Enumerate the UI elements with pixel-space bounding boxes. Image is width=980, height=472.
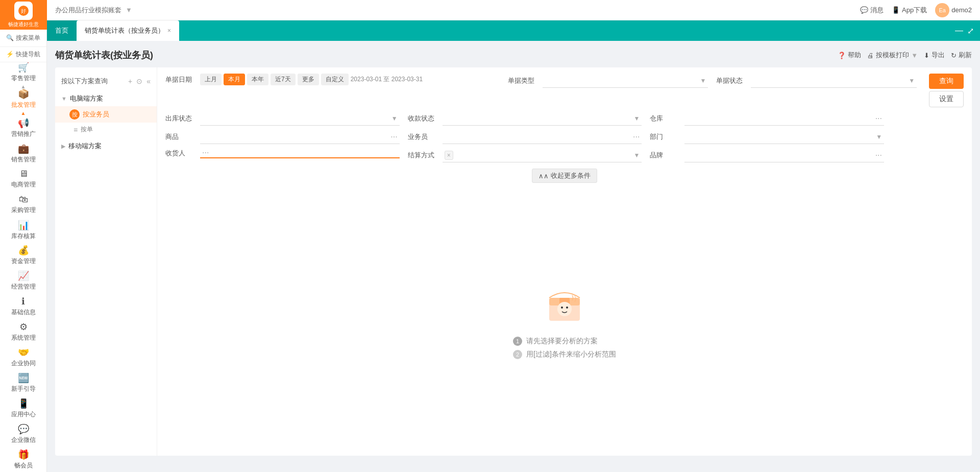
product-select[interactable]: ··· bbox=[200, 130, 400, 144]
ecom-label: 电商管理 bbox=[11, 180, 36, 189]
print-dropdown-icon: ▼ bbox=[911, 52, 918, 59]
collapse-icon: ∧∧ bbox=[538, 172, 549, 180]
user-menu[interactable]: Ea demo2 bbox=[935, 3, 972, 17]
newuser-label: 新手引导 bbox=[11, 385, 36, 393]
settlement-tag-close[interactable]: × bbox=[447, 152, 451, 159]
filter-row-2: 出库状态 ▼ 收款状态 ▼ 仓库 bbox=[165, 111, 964, 126]
sidebar-item-marketing[interactable]: 📢 营销推广 bbox=[0, 115, 46, 141]
order-type-select[interactable]: ▼ bbox=[543, 74, 708, 88]
sidebar-item-wholesale[interactable]: 📦 批发管理 ▲ bbox=[0, 89, 46, 115]
message-btn[interactable]: 💬 消息 bbox=[860, 6, 884, 15]
sidebar-item-retail[interactable]: 🛒 零售管理 ▲ bbox=[0, 62, 46, 89]
recipient-filter-item: 收货人 ··· bbox=[165, 148, 400, 158]
query-actions: 查询 设置 bbox=[929, 74, 964, 107]
sidebar-item-enterprise[interactable]: 🤝 企业协同 bbox=[0, 345, 46, 370]
app-download-label: App下载 bbox=[902, 6, 927, 15]
quick-nav-label: 快捷导航 bbox=[16, 50, 40, 59]
sidebar-item-sales[interactable]: 💼 销售管理 bbox=[0, 140, 46, 166]
app-download-icon: 📱 bbox=[892, 6, 900, 14]
scheme-by-order[interactable]: ≡ 按单 bbox=[55, 123, 157, 136]
date-more-btn[interactable]: 更多 bbox=[298, 74, 319, 85]
salesperson-select[interactable]: ··· bbox=[443, 130, 642, 144]
date-this-year-btn[interactable]: 本年 bbox=[247, 74, 268, 85]
date-last-month-btn[interactable]: 上月 bbox=[200, 74, 222, 85]
base-info-label: 基础信息 bbox=[11, 308, 36, 317]
sidebar-item-member[interactable]: 🎁 畅会员 bbox=[0, 446, 46, 472]
filter-row-1: 单据日期 上月 本月 本年 近7天 更多 自定义 2023-03-01 至 20… bbox=[165, 74, 964, 107]
help-btn[interactable]: ❓ 帮助 bbox=[838, 51, 861, 60]
product-filter-item: 商品 ··· bbox=[165, 130, 400, 144]
date-custom-btn[interactable]: 自定义 bbox=[321, 74, 349, 85]
payment-status-select[interactable]: ▼ bbox=[443, 111, 642, 126]
warehouse-select[interactable]: ··· bbox=[684, 111, 884, 126]
quick-nav-item[interactable]: ⚡ 快捷导航 bbox=[0, 47, 46, 62]
sidebar-item-purchase[interactable]: 🛍 采购管理 bbox=[0, 192, 46, 217]
empty-illustration bbox=[539, 277, 590, 328]
query-btn[interactable]: 查询 bbox=[929, 74, 964, 89]
order-status-arrow: ▼ bbox=[909, 77, 915, 84]
salesperson-filter-item: 业务员 ··· bbox=[408, 130, 642, 144]
order-type-arrow: ▼ bbox=[700, 77, 706, 84]
svg-point-7 bbox=[566, 306, 568, 309]
settlement-select[interactable]: × ▼ bbox=[443, 148, 642, 162]
sidebar-item-ecom[interactable]: 🖥 电商管理 bbox=[0, 166, 46, 192]
sidebar-item-management[interactable]: 📈 经营管理 bbox=[0, 268, 46, 294]
sidebar-item-appcenter[interactable]: 📱 应用中心 bbox=[0, 395, 46, 421]
purchase-icon: 🛍 bbox=[19, 194, 28, 205]
tab-close-btn[interactable]: × bbox=[167, 27, 171, 34]
filter-row-4: 收货人 ··· 结算方式 × ▼ 品牌 bbox=[165, 148, 964, 162]
sidebar-item-inventory[interactable]: 📊 库存核算 bbox=[0, 217, 46, 243]
print-btn[interactable]: 🖨 按模板打印 ▼ bbox=[867, 51, 918, 60]
ecom-icon: 🖥 bbox=[19, 169, 28, 179]
sub-item-label: 按单 bbox=[81, 125, 93, 134]
salesperson-dots: ··· bbox=[633, 132, 640, 141]
date-7days-btn[interactable]: 近7天 bbox=[271, 74, 296, 85]
sidebar-item-base-info[interactable]: ℹ 基础信息 bbox=[0, 294, 46, 319]
empty-tip-2: 2 用[过滤]条件来缩小分析范围 bbox=[513, 350, 616, 359]
tab-current[interactable]: 销货单统计表（按业务员） × bbox=[77, 20, 179, 41]
stock-status-filter-item: 出库状态 ▼ bbox=[165, 111, 400, 126]
date-this-month-btn[interactable]: 本月 bbox=[224, 74, 245, 85]
export-btn[interactable]: ⬇ 导出 bbox=[924, 51, 945, 60]
payment-status-filter-item: 收款状态 ▼ bbox=[408, 111, 642, 126]
active-scheme-label: 按业务员 bbox=[83, 110, 109, 119]
export-icon: ⬇ bbox=[924, 52, 929, 59]
pc-group-header[interactable]: ▼ 电脑端方案 bbox=[55, 91, 157, 106]
brand-select[interactable]: ··· bbox=[684, 148, 884, 162]
recipient-input-wrap[interactable]: ··· bbox=[200, 148, 400, 158]
dropdown-icon[interactable]: ▼ bbox=[126, 6, 132, 14]
pc-group-label: 电脑端方案 bbox=[70, 94, 103, 103]
quick-nav-icon: ⚡ bbox=[6, 51, 14, 58]
newuser-icon: 🆕 bbox=[18, 372, 29, 384]
mobile-group-header[interactable]: ▶ 移动端方案 bbox=[55, 138, 157, 154]
scheme-by-salesperson[interactable]: 按 按业务员 bbox=[55, 106, 157, 123]
stock-status-select[interactable]: ▼ bbox=[200, 111, 400, 126]
sidebar-item-finance[interactable]: 💰 资金管理 bbox=[0, 243, 46, 268]
sidebar-logo[interactable]: 好 畅捷通好生意 bbox=[0, 0, 47, 30]
tab-home[interactable]: 首页 bbox=[47, 20, 77, 41]
department-arrow: ▼ bbox=[876, 133, 882, 140]
tab-expand-btn[interactable]: ⤢ bbox=[967, 26, 974, 36]
copy-scheme-btn[interactable]: ⊙ bbox=[136, 77, 142, 85]
topbar-right: 💬 消息 📱 App下载 Ea demo2 bbox=[860, 3, 972, 17]
collapse-panel-btn[interactable]: « bbox=[146, 77, 151, 85]
search-menu-item[interactable]: 🔍 搜索菜单 bbox=[0, 30, 46, 47]
settlement-filter-item: 结算方式 × ▼ bbox=[408, 148, 642, 162]
active-scheme-icon: 按 bbox=[69, 109, 80, 120]
refresh-btn[interactable]: ↻ 刷新 bbox=[951, 51, 972, 60]
date-filter-item: 单据日期 上月 本月 本年 近7天 更多 自定义 2023-03-01 至 20… bbox=[165, 74, 500, 85]
collapse-btn[interactable]: ∧∧ 收起更多条件 bbox=[532, 169, 597, 183]
recipient-dots: ··· bbox=[202, 148, 209, 157]
app-download-btn[interactable]: 📱 App下载 bbox=[892, 6, 927, 15]
department-select[interactable]: ▼ bbox=[684, 130, 884, 144]
order-type-label: 单据类型 bbox=[508, 76, 538, 85]
order-status-select[interactable]: ▼ bbox=[751, 74, 917, 88]
sidebar-item-newuser[interactable]: 🆕 新手引导 bbox=[0, 370, 46, 395]
tab-minimize-btn[interactable]: — bbox=[955, 26, 963, 35]
print-icon: 🖨 bbox=[867, 52, 874, 59]
add-scheme-btn[interactable]: + bbox=[128, 77, 132, 85]
order-type-filter-item: 单据类型 ▼ bbox=[508, 74, 708, 88]
sidebar-item-system[interactable]: ⚙ 系统管理 bbox=[0, 319, 46, 345]
setting-btn[interactable]: 设置 bbox=[929, 91, 964, 107]
sidebar-item-wechat[interactable]: 💬 企业微信 bbox=[0, 421, 46, 446]
